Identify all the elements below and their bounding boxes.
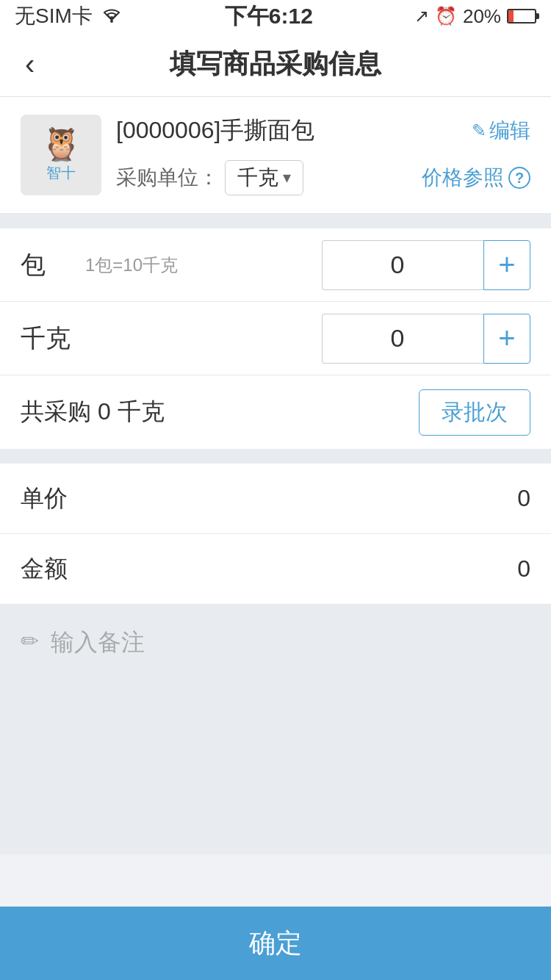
bag-sub-label: 1包=10千克 [85,253,322,277]
location-icon: ↗ [414,6,429,26]
unit-price-row: 单价 0 [0,464,551,534]
unit-select[interactable]: 千克 ▾ [225,160,303,195]
price-ref-label: 价格参照 [422,164,504,192]
kg-qty-wrapper: + [322,314,530,364]
status-time: 下午6:12 [225,1,313,32]
section-divider-2 [0,449,551,464]
status-right: ↗ ⏰ 20% [414,5,536,28]
alarm-icon: ⏰ [435,6,457,26]
back-button[interactable]: ‹ [18,40,42,88]
bag-label: 包 [21,248,79,282]
unit-selector-group: 采购单位： 千克 ▾ [116,160,303,195]
kg-input-row: 千克 + [0,302,551,375]
product-name: [0000006]手撕面包 [116,115,314,147]
notes-section[interactable]: ✏ 输入备注 [0,605,551,854]
section-divider-1 [0,214,551,228]
bag-input-row: 包 1包=10千克 + [0,228,551,302]
unit-label: 采购单位： [116,164,219,192]
pencil-icon: ✏ [21,628,39,654]
summary-text: 共采购 0 千克 [21,396,165,428]
status-bar: 无SIM卡 下午6:12 ↗ ⏰ 20% [0,0,551,32]
product-info: [0000006]手撕面包 ✎ 编辑 采购单位： 千克 ▾ 价格参照 ? [116,115,530,195]
wifi-icon [100,4,123,28]
bag-qty-input[interactable] [322,240,483,290]
price-section: 单价 0 金额 0 [0,464,551,605]
edit-button[interactable]: ✎ 编辑 [472,117,530,145]
status-left: 无SIM卡 [15,2,123,30]
product-image: 🦉 智十 [21,115,101,195]
info-icon: ? [508,167,530,189]
kg-qty-input[interactable] [322,314,483,364]
nav-bar: ‹ 填写商品采购信息 [0,32,551,97]
battery-icon [507,9,536,24]
battery-percent: 20% [463,5,501,28]
brand-label: 智十 [46,163,76,183]
unit-price-value: 0 [517,485,530,512]
product-name-row: [0000006]手撕面包 ✎ 编辑 [116,115,530,147]
amount-row: 金额 0 [0,534,551,605]
product-card: 🦉 智十 [0000006]手撕面包 ✎ 编辑 采购单位： 千克 ▾ [0,97,551,214]
unit-price-label: 单价 [21,483,68,515]
owl-icon: 🦉 [41,128,82,160]
batch-button[interactable]: 录批次 [419,389,530,436]
notes-placeholder: 输入备注 [51,627,145,659]
carrier-label: 无SIM卡 [15,2,93,30]
input-section: 包 1包=10千克 + 千克 + 共采购 0 千克 录批次 [0,228,551,449]
svg-point-0 [110,20,113,23]
edit-icon: ✎ [472,120,486,141]
price-ref-button[interactable]: 价格参照 ? [422,164,530,192]
summary-row: 共采购 0 千克 录批次 [0,375,551,449]
confirm-button[interactable]: 确定 [0,907,551,980]
page-title: 填写商品采购信息 [170,46,381,82]
amount-label: 金额 [21,553,68,586]
chevron-down-icon: ▾ [283,168,291,187]
amount-value: 0 [517,555,530,583]
kg-plus-button[interactable]: + [483,314,530,364]
bag-plus-button[interactable]: + [483,240,530,290]
bag-qty-wrapper: + [322,240,530,290]
unit-value: 千克 [237,164,278,192]
edit-label: 编辑 [489,117,530,145]
kg-label: 千克 [21,322,79,356]
purchase-unit-row: 采购单位： 千克 ▾ 价格参照 ? [116,160,530,195]
